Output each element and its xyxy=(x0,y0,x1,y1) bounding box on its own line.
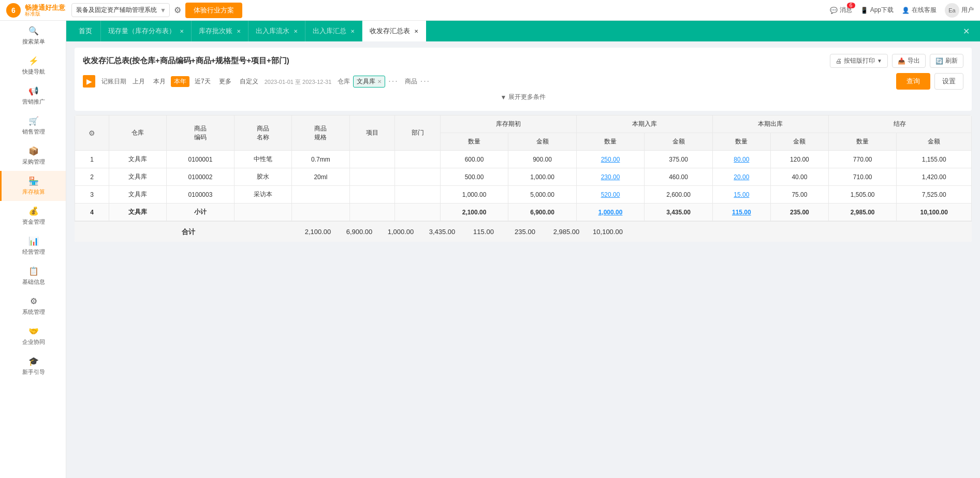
sidebar-item-finance[interactable]: 💰 资金管理 xyxy=(0,201,66,231)
cell-closing-amt: 1,155.00 xyxy=(897,151,972,168)
date-btn-this-month[interactable]: 本月 xyxy=(150,76,169,87)
experience-button[interactable]: 体验行业方案 xyxy=(185,3,242,18)
settings-button[interactable]: 设置 xyxy=(934,73,963,90)
guide-icon: 🎓 xyxy=(28,356,39,366)
out-qty-subtotal[interactable]: 115.00 xyxy=(732,209,751,216)
filter-expand-toggle[interactable]: ▶ xyxy=(83,75,95,88)
tab-close-5[interactable]: ✕ xyxy=(414,28,418,34)
warehouse-more-btn[interactable]: ··· xyxy=(388,77,398,86)
sidebar-item-search[interactable]: 🔍 搜索菜单 xyxy=(0,21,66,51)
warehouse-tag[interactable]: 文具库 ✕ xyxy=(353,76,385,88)
online-service-action[interactable]: 👤 在线客服 xyxy=(902,6,937,15)
query-button[interactable]: 查询 xyxy=(896,73,930,90)
th-goods-spec: 商品规格 xyxy=(291,115,349,151)
table-row: 2 文具库 0100002 胶水 20ml 500.00 1,000.00 23… xyxy=(75,168,972,186)
sidebar-item-sales[interactable]: 🛒 销售管理 xyxy=(0,111,66,141)
tab-close-3[interactable]: ✕ xyxy=(294,28,298,34)
expand-more-btn[interactable]: ▼ 展开更多条件 xyxy=(83,90,963,105)
warehouse-label: 仓库 xyxy=(338,77,350,86)
avatar: Ea xyxy=(945,3,959,18)
tab-close-2[interactable]: ✕ xyxy=(237,28,241,34)
tab-close-4[interactable]: ✕ xyxy=(350,28,355,34)
cell-opening-amt: 900.00 xyxy=(508,151,577,168)
date-label: 记账日期 xyxy=(101,77,126,86)
export-icon: 📥 xyxy=(898,57,905,65)
date-btn-more[interactable]: 更多 xyxy=(216,76,235,87)
tab-0[interactable]: 首页 xyxy=(70,21,101,41)
footer-total-row: 合计 2,100.00 6,900.00 1,000.00 3,435.00 1… xyxy=(75,221,972,242)
export-button[interactable]: 📥 导出 xyxy=(892,54,926,68)
out-qty-link-0[interactable]: 80.00 xyxy=(734,156,749,163)
service-icon: 👤 xyxy=(902,7,910,14)
in-qty-link-0[interactable]: 250.00 xyxy=(601,156,620,163)
cell-in-qty: 230.00 xyxy=(576,168,645,186)
in-qty-subtotal[interactable]: 1,000.00 xyxy=(598,209,623,216)
tab-5[interactable]: 收发存汇总表✕ xyxy=(362,21,426,41)
data-table-container: ⚙ 仓库 商品编码 商品名称 商品规格 项目 部门 库存期初 本期入库 本期出库 xyxy=(75,115,972,242)
cell-in-qty: 250.00 xyxy=(576,151,645,168)
tab-2[interactable]: 库存批次账✕ xyxy=(192,21,248,41)
print-button[interactable]: 🖨 按钮版打印 ▼ xyxy=(830,54,888,68)
tab-1[interactable]: 现存量（库存分布表）✕ xyxy=(101,21,192,41)
cell-out-amt: 40.00 xyxy=(770,168,828,186)
print-icon: 🖨 xyxy=(836,57,842,65)
system-selector[interactable]: 装备及固定资产辅助管理系统 ▼ xyxy=(71,3,170,17)
cell-goods-spec xyxy=(291,186,349,204)
cell-out-qty: 80.00 xyxy=(712,151,770,168)
gear-icon[interactable]: ⚙ xyxy=(174,5,181,15)
app-download-action[interactable]: 📱 App下载 xyxy=(860,6,894,15)
footer-opening-qty: 2,100.00 xyxy=(297,228,339,236)
date-shortcuts: 上月 本月 本年 近7天 更多 自定义 xyxy=(129,76,261,87)
sidebar-label-inventory: 库存核算 xyxy=(22,188,45,196)
tab-bar-close[interactable]: ✕ xyxy=(957,26,976,36)
operations-icon: 📊 xyxy=(28,236,39,246)
date-btn-7days[interactable]: 近7天 xyxy=(192,76,214,87)
app-type: 标准版 xyxy=(25,11,65,17)
date-btn-custom[interactable]: 自定义 xyxy=(237,76,261,87)
user-action[interactable]: Ea 用户 xyxy=(945,3,974,18)
sidebar-item-basic-info[interactable]: 📋 基础信息 xyxy=(0,261,66,291)
out-qty-link-1[interactable]: 20.00 xyxy=(734,173,749,181)
cell-goods-name xyxy=(235,204,292,221)
goods-more-btn[interactable]: ··· xyxy=(420,77,430,86)
cell-closing-qty: 2,985.00 xyxy=(828,204,897,221)
refresh-button[interactable]: 🔄 刷新 xyxy=(930,54,963,68)
tab-close-1[interactable]: ✕ xyxy=(180,28,184,34)
cell-opening-qty: 2,100.00 xyxy=(440,204,508,221)
warehouse-tag-close[interactable]: ✕ xyxy=(377,79,382,84)
tab-label-5: 收发存汇总表 xyxy=(370,26,410,36)
sidebar-item-marketing[interactable]: 📢 营销推广 xyxy=(0,81,66,111)
sidebar-label-system: 系统管理 xyxy=(22,308,45,316)
date-btn-this-year[interactable]: 本年 xyxy=(171,76,189,87)
sidebar-item-operations[interactable]: 📊 经营管理 xyxy=(0,231,66,261)
column-settings-icon[interactable]: ⚙ xyxy=(89,129,95,137)
app-logo: 6 xyxy=(6,3,21,18)
tab-3[interactable]: 出入库流水✕ xyxy=(248,21,305,41)
sidebar-item-system[interactable]: ⚙ 系统管理 xyxy=(0,291,66,321)
sidebar-item-collab[interactable]: 🤝 企业协同 xyxy=(0,321,66,351)
sidebar-item-quick-nav[interactable]: ⚡ 快捷导航 xyxy=(0,51,66,81)
sidebar-label-guide: 新手引导 xyxy=(22,368,45,376)
sidebar-item-purchase[interactable]: 📦 采购管理 xyxy=(0,141,66,171)
th-goods-code: 商品编码 xyxy=(166,115,235,151)
in-qty-link-2[interactable]: 520.00 xyxy=(601,191,620,198)
cell-out-amt: 235.00 xyxy=(770,204,828,221)
app-name: 畅捷通好生意 xyxy=(25,4,65,12)
cell-opening-qty: 1,000.00 xyxy=(440,186,508,204)
message-action[interactable]: 💬 消息 6 xyxy=(830,6,852,15)
sidebar-item-inventory[interactable]: 🏪 库存核算 xyxy=(0,171,66,201)
date-btn-last-month[interactable]: 上月 xyxy=(129,76,148,87)
cell-warehouse: 文具库 xyxy=(109,204,167,221)
sales-icon: 🛒 xyxy=(28,116,39,126)
tab-4[interactable]: 出入库汇总✕ xyxy=(305,21,362,41)
th-in: 本期入库 xyxy=(576,115,712,133)
cell-opening-qty: 500.00 xyxy=(440,168,508,186)
cell-closing-qty: 1,505.00 xyxy=(828,186,897,204)
in-qty-link-1[interactable]: 230.00 xyxy=(601,173,620,181)
sidebar-item-guide[interactable]: 🎓 新手引导 xyxy=(0,351,66,381)
finance-icon: 💰 xyxy=(28,206,39,216)
cell-closing-amt: 1,420.00 xyxy=(897,168,972,186)
cell-goods-code: 小计 xyxy=(166,204,235,221)
out-qty-link-2[interactable]: 15.00 xyxy=(734,191,749,198)
message-icon: 💬 xyxy=(830,7,838,14)
